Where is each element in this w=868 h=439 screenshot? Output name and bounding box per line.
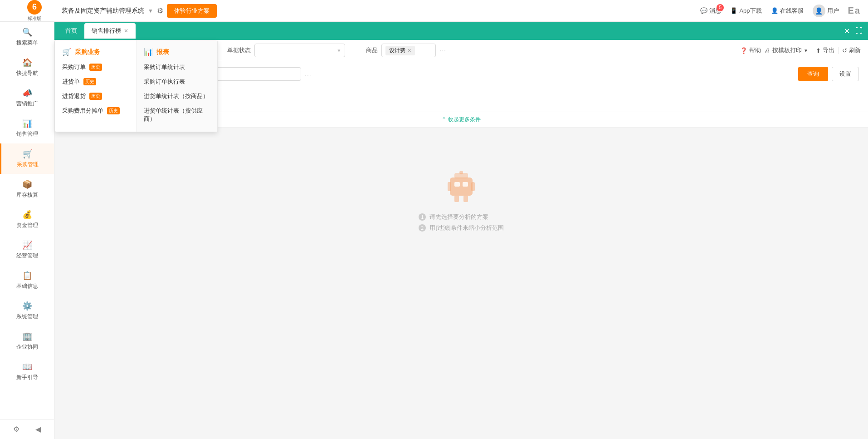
menu-item-order-exec[interactable]: 采购订单执行表 <box>137 74 218 89</box>
menu-item-order-stats[interactable]: 采购订单统计表 <box>137 60 218 74</box>
purchase-menu-icon: 🛒 <box>62 48 71 56</box>
menu-item-return[interactable]: 进货退货 历史 <box>55 89 136 104</box>
app-download-item[interactable]: 📱 App下载 <box>730 7 761 15</box>
avatar: 👤 <box>813 5 825 17</box>
sidebar-item-operation[interactable]: 📈 经营管理 <box>0 235 54 265</box>
svg-rect-6 <box>463 196 468 202</box>
sidebar-label-quicknav: 快捷导航 <box>16 69 38 77</box>
purchase-dropdown-menu: 🛒 采购业务 采购订单 历史 进货单 历史 进货退货 历史 采购费用分摊单 历史… <box>54 40 218 132</box>
message-item[interactable]: 💬 消息 5 <box>700 7 721 15</box>
empty-hints: 1 请先选择要分析的方案 2 用[过滤]条件来缩小分析范围 <box>419 213 503 232</box>
settings-button[interactable]: 设置 <box>832 67 859 81</box>
menu-item-incoming-supplier[interactable]: 进货单统计表（按供应商） <box>137 104 218 126</box>
sidebar-label-marketing: 营销推广 <box>16 100 38 108</box>
goods-input[interactable]: 设计费 ✕ <box>381 44 436 57</box>
reports-menu-title: 报表 <box>156 48 169 56</box>
print-btn[interactable]: 🖨 按模板打印 ▼ <box>765 46 808 54</box>
refresh-icon: ↺ <box>842 47 847 54</box>
print-label: 按模板打印 <box>772 46 802 54</box>
empty-state: 1 请先选择要分析的方案 2 用[过滤]条件来缩小分析范围 <box>54 128 868 268</box>
menu-item-incoming[interactable]: 进货单 历史 <box>55 74 136 89</box>
phone-icon: 📱 <box>730 7 737 14</box>
system-icon: ⚙️ <box>22 301 32 311</box>
sidebar-item-inventory[interactable]: 📦 库存核算 <box>0 174 54 204</box>
tab-bar-right: ✕ ⛶ <box>842 25 864 37</box>
sidebar-collapse-icon[interactable]: ◀ <box>35 425 41 434</box>
sidebar-item-guide[interactable]: 📖 新手引导 <box>0 356 54 387</box>
empty-hint-2: 2 用[过滤]条件来缩小分析范围 <box>419 224 503 232</box>
search-icon: 🔍 <box>22 27 32 37</box>
goods-tag-text: 设计费 <box>389 47 405 54</box>
online-service-item[interactable]: 👤 在线客服 <box>771 7 804 15</box>
sidebar-item-search[interactable]: 🔍 搜索菜单 <box>0 22 54 52</box>
order-status-arrow: ▼ <box>336 48 341 53</box>
sidebar-item-quicknav[interactable]: 🏠 快捷导航 <box>0 52 54 83</box>
sidebar-item-basic[interactable]: 📋 基础信息 <box>0 265 54 296</box>
sidebar-item-finance[interactable]: 💰 资金管理 <box>0 204 54 235</box>
menu-col-purchase-header: 🛒 采购业务 <box>55 46 136 60</box>
tab-home[interactable]: 首页 <box>58 23 84 39</box>
sidebar-item-enterprise[interactable]: 🏢 企业协同 <box>0 326 54 356</box>
empty-illustration <box>439 164 484 209</box>
salesperson-input[interactable] <box>210 67 301 81</box>
print-icon: 🖨 <box>765 47 770 54</box>
trial-button[interactable]: 体验行业方案 <box>167 4 217 18</box>
help-btn[interactable]: ❓ 帮助 <box>740 46 761 54</box>
sidebar-label-sales: 销售管理 <box>16 130 38 138</box>
refresh-label: 刷新 <box>849 46 861 54</box>
guide-icon: 📖 <box>22 362 32 372</box>
menu-item-expense[interactable]: 采购费用分摊单 历史 <box>55 104 136 118</box>
sidebar-item-sales[interactable]: 📊 销售管理 <box>0 113 54 143</box>
tab-expand-btn[interactable]: ⛶ <box>853 25 864 37</box>
order-status-select[interactable]: ▼ <box>254 44 345 57</box>
salesperson-ellipsis[interactable]: ... <box>305 70 312 78</box>
collapse-button[interactable]: ⌃ 收起更多条件 <box>438 113 484 126</box>
svg-rect-5 <box>454 196 459 202</box>
system-title: 装备及固定资产辅助管理系统 <box>62 7 144 15</box>
tab-bar: 首页 销售排行榜 ✕ ✕ ⛶ <box>54 22 868 40</box>
sidebar-item-system[interactable]: ⚙️ 系统管理 <box>0 296 54 326</box>
sidebar-item-marketing[interactable]: 📣 营销推广 <box>0 83 54 113</box>
logo-subtitle: 标准版 <box>28 15 41 22</box>
online-service-label: 在线客服 <box>780 7 804 15</box>
menu-item-incoming-goods-label: 进货单统计表（按商品） <box>144 92 209 100</box>
empty-text-1: 请先选择要分析的方案 <box>429 213 488 221</box>
goods-ellipsis[interactable]: ··· <box>439 47 446 54</box>
sales-icon: 📊 <box>22 118 32 128</box>
refresh-btn[interactable]: ↺ 刷新 <box>842 46 861 54</box>
export-icon: ⬆ <box>816 47 821 54</box>
empty-text-2: 用[过滤]条件来缩小分析范围 <box>429 224 503 232</box>
menu-col-reports-header: 📊 报表 <box>137 46 218 60</box>
user-item[interactable]: 👤 用户 <box>813 5 839 17</box>
tab-sales-ranking[interactable]: 销售排行榜 ✕ <box>84 23 136 39</box>
operation-icon: 📈 <box>22 240 32 250</box>
service-icon: 👤 <box>771 7 778 14</box>
export-btn[interactable]: ⬆ 导出 <box>816 46 834 54</box>
menu-item-expense-badge: 历史 <box>107 107 120 114</box>
sidebar-label-system: 系统管理 <box>16 313 38 321</box>
tab-close-btn[interactable]: ✕ <box>842 25 852 37</box>
marketing-icon: 📣 <box>22 88 32 98</box>
svg-rect-4 <box>471 182 475 191</box>
divider2 <box>838 47 839 54</box>
bottom-settings-icon[interactable]: ⚙ <box>13 425 20 434</box>
query-button[interactable]: 查询 <box>798 67 828 81</box>
inventory-icon: 📦 <box>22 179 32 189</box>
svg-rect-0 <box>450 178 473 196</box>
system-settings-icon[interactable]: ⚙ <box>157 6 163 15</box>
goods-tag-remove[interactable]: ✕ <box>407 48 411 54</box>
tab-sales-ranking-label: 销售排行榜 <box>92 27 121 35</box>
user-right-label: Ea <box>848 5 861 16</box>
menu-item-purchase-order[interactable]: 采购订单 历史 <box>55 60 136 74</box>
tab-close-icon[interactable]: ✕ <box>124 28 128 34</box>
sidebar-item-purchase[interactable]: 🛒 采购管理 <box>0 143 54 174</box>
system-dropdown-icon[interactable]: ▼ <box>148 8 153 14</box>
order-status-label: 单据状态 <box>225 46 251 54</box>
menu-item-purchase-order-badge: 历史 <box>89 64 102 71</box>
menu-item-incoming-goods[interactable]: 进货单统计表（按商品） <box>137 89 218 104</box>
goods-label: 商品 <box>352 46 378 54</box>
query-actions: 查询 设置 <box>798 67 859 81</box>
toolbar-actions: ❓ 帮助 🖨 按模板打印 ▼ ⬆ 导出 ↺ <box>740 46 861 54</box>
sidebar-bottom: ⚙ ◀ <box>0 419 54 439</box>
sidebar-label-operation: 经营管理 <box>16 252 38 260</box>
